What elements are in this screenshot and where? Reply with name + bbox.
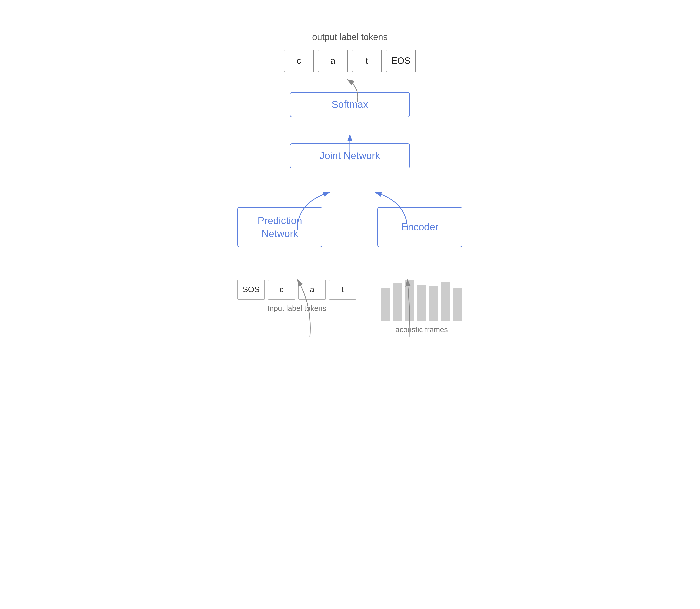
acoustic-bar-7	[453, 289, 463, 321]
prediction-network-label: Prediction Network	[258, 214, 302, 240]
joint-network-label: Joint Network	[320, 150, 380, 161]
input-token-c: c	[268, 280, 295, 300]
output-token-a: a	[318, 50, 348, 72]
acoustic-bar-1	[381, 289, 391, 321]
output-token-t: t	[352, 50, 382, 72]
encoder-box: Encoder	[377, 207, 463, 247]
acoustic-label: acoustic frames	[395, 325, 448, 334]
output-token-row: c a t EOS	[284, 50, 416, 72]
bottom-networks-row: Prediction Network Encoder	[237, 207, 463, 247]
acoustic-bar-3	[405, 280, 414, 321]
acoustic-bar-4	[417, 284, 427, 321]
input-token-row: SOS c a t	[237, 280, 357, 300]
diagram-container: output label tokens c a t EOS Softmax Jo…	[200, 30, 500, 580]
acoustic-frames	[381, 280, 463, 321]
output-token-c: c	[284, 50, 314, 72]
input-label: Input label tokens	[268, 304, 326, 313]
acoustic-bar-5	[429, 286, 438, 321]
joint-network-box: Joint Network	[290, 143, 410, 168]
output-token-eos: EOS	[386, 50, 416, 72]
encoder-label: Encoder	[401, 221, 439, 232]
prediction-network-box: Prediction Network	[237, 207, 323, 247]
acoustic-bar-6	[441, 282, 450, 321]
softmax-box: Softmax	[290, 92, 410, 117]
acoustic-bar-2	[393, 283, 402, 321]
softmax-label: Softmax	[332, 99, 369, 110]
output-label: output label tokens	[312, 32, 388, 42]
input-token-t: t	[329, 280, 357, 300]
input-token-a: a	[299, 280, 326, 300]
input-token-sos: SOS	[237, 280, 265, 300]
